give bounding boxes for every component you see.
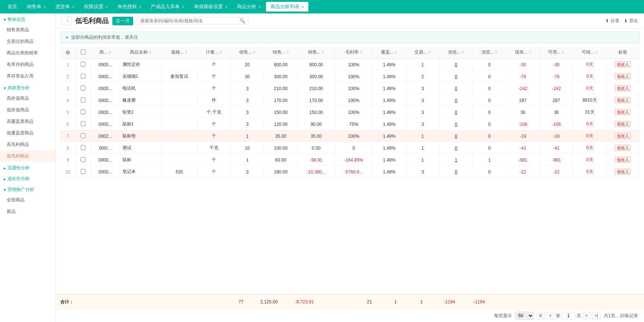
col-settings[interactable]: ⚙ — [60, 46, 76, 59]
sidebar-item-low-margin[interactable]: 低毛利商品 — [0, 150, 55, 162]
row-checkbox[interactable] — [76, 106, 91, 118]
col-views2[interactable]: 浏览...⇅ — [473, 46, 506, 59]
row-spec — [161, 142, 197, 154]
row-available-stock: -30 — [539, 59, 573, 71]
page-number-input[interactable] — [562, 312, 575, 319]
select-all-checkbox[interactable] — [81, 50, 86, 54]
search-box[interactable]: 🔍 — [137, 17, 249, 25]
col-sales-amount[interactable]: 销售...⇅ — [297, 46, 334, 59]
nav-sales-close[interactable]: × — [44, 5, 46, 9]
nav-products-in-close[interactable]: × — [182, 5, 184, 9]
row-views1[interactable]: 0 — [439, 130, 473, 142]
nav-template[interactable]: 单据模板设置 × — [189, 2, 232, 12]
nav-roles-close[interactable]: × — [139, 5, 141, 9]
sidebar-item-all-products[interactable]: 全部商品 — [0, 194, 55, 206]
sidebar-item-stock-capital[interactable]: 库存资金占用 — [0, 70, 55, 82]
col-name[interactable]: 商品名称⇅ — [120, 46, 161, 59]
sidebar-group-overall[interactable]: ▾ 整体信息 — [0, 13, 55, 24]
row-checkbox[interactable] — [76, 166, 91, 178]
row-views1[interactable]: 0 — [439, 166, 473, 178]
col-trade[interactable]: 交易...⇅ — [406, 46, 439, 59]
row-views2: 0 — [473, 130, 506, 142]
row-views1[interactable]: 0 — [439, 118, 473, 130]
col-available-stock[interactable]: 可用...⇅ — [539, 46, 573, 59]
col-current-stock[interactable]: 现有...⇅ — [506, 46, 540, 59]
col-tag[interactable]: 标签 — [606, 46, 639, 59]
col-saleable[interactable]: 可销...⇅ — [573, 46, 606, 59]
sidebar-item-high-margin[interactable]: 高毛利商品 — [0, 139, 55, 150]
row-checkbox[interactable] — [76, 154, 91, 166]
sidebar-item-traded-products[interactable]: 交易过的商品 — [0, 36, 55, 47]
row-trade: 3 — [406, 118, 439, 130]
sidebar-item-low-value[interactable]: 低价值商品 — [0, 104, 55, 116]
row-sales-amount: 800.00 — [297, 59, 334, 71]
row-views1[interactable]: 0 — [439, 106, 473, 118]
sidebar-group-cluster[interactable]: ▾ 类群度分析 — [0, 82, 55, 93]
row-checkbox[interactable] — [76, 118, 91, 130]
row-checkbox[interactable] — [76, 59, 91, 71]
export-button[interactable]: ⬇ 导出 — [624, 18, 638, 24]
nav-product-analysis-close[interactable]: × — [259, 5, 261, 9]
sidebar-item-in-stock[interactable]: 有库存的商品 — [0, 59, 55, 70]
nav-roles[interactable]: 角色授权 × — [113, 2, 146, 12]
row-trade: 3 — [406, 95, 439, 106]
sidebar-item-sales-products[interactable]: 销售类商品 — [0, 24, 55, 36]
page-next-button[interactable]: > — [583, 312, 590, 319]
col-gross-margin[interactable]: 毛利率⇅ — [335, 46, 372, 59]
row-views1[interactable]: 0 — [439, 95, 473, 106]
nav-home[interactable]: 首页 — [3, 2, 22, 12]
sidebar-group-growth[interactable]: ▸ 成长性分析 — [0, 173, 55, 184]
row-views1[interactable]: 0 — [439, 71, 473, 83]
nav-purchase-close[interactable]: × — [72, 5, 74, 9]
col-code[interactable]: 商...⇅ — [91, 46, 120, 59]
sort-icon-code: ⇅ — [108, 50, 111, 54]
col-sales-price[interactable]: 销售...⇅ — [264, 46, 298, 59]
row-unit: 件 — [197, 95, 231, 106]
nav-permissions[interactable]: 权限设置 × — [80, 2, 112, 12]
nav-product-analysis-list[interactable]: 商品分析列表 × — [266, 2, 308, 12]
search-icon[interactable]: 🔍 — [240, 18, 245, 23]
time-filter-button[interactable]: 近一月 — [112, 17, 133, 25]
nav-product-analysis[interactable]: 商品分析 × — [233, 2, 265, 12]
sidebar-group-marketing[interactable]: ▾ 营销推广分析 — [0, 184, 55, 194]
search-input[interactable] — [140, 18, 238, 23]
col-coverage[interactable]: 覆盖...⇅ — [372, 46, 406, 59]
row-checkbox[interactable] — [76, 130, 91, 142]
row-views1[interactable]: 0 — [439, 59, 473, 71]
nav-purchase[interactable]: 进货单 × — [51, 2, 79, 12]
page-prev-button[interactable]: < — [547, 312, 554, 319]
col-spec[interactable]: 规格...⇅ — [161, 46, 197, 59]
sidebar-item-high-value[interactable]: 高价值商品 — [0, 93, 55, 104]
sidebar-item-new-products[interactable]: 新品 — [0, 206, 55, 217]
page-first-button[interactable]: K — [537, 312, 545, 319]
per-page-select[interactable]: 50 100 200 — [515, 312, 534, 320]
row-views1[interactable]: 0 — [439, 142, 473, 154]
sidebar-toggle-button[interactable]: 《 — [62, 17, 71, 25]
sidebar-group-liquidity[interactable]: ▸ 流通性分析 — [0, 162, 55, 173]
row-spec — [161, 154, 197, 166]
col-views1[interactable]: 浏览...⇅ — [439, 46, 473, 59]
row-views1[interactable]: 0 — [439, 83, 473, 95]
row-checkbox[interactable] — [76, 71, 91, 83]
sidebar-item-high-coverage[interactable]: 高覆盖度商品 — [0, 116, 55, 127]
nav-product-analysis-list-close[interactable]: × — [302, 5, 304, 9]
settings-icon[interactable]: ⚙ — [65, 50, 70, 55]
row-name: 属性定价 — [120, 59, 161, 71]
page-last-button[interactable]: >| — [592, 312, 601, 319]
sidebar-item-low-coverage[interactable]: 低覆盖度商品 — [0, 127, 55, 139]
nav-sales[interactable]: 销售单 × — [22, 2, 50, 12]
col-checkbox[interactable] — [76, 46, 91, 59]
row-views1[interactable]: 1 — [439, 154, 473, 166]
nav-permissions-close[interactable]: × — [106, 5, 108, 9]
nav-products-in[interactable]: 产成品入库单 × — [146, 2, 189, 12]
row-checkbox[interactable] — [76, 95, 91, 106]
col-unit[interactable]: 计量...⇅ — [197, 46, 231, 59]
row-checkbox[interactable] — [76, 83, 91, 95]
share-button[interactable]: ⬆ 分享 — [605, 18, 619, 24]
col-sales-qty[interactable]: 销售...⇅ — [231, 46, 264, 59]
nav-template-close[interactable]: × — [225, 5, 227, 9]
row-unit: 千克 — [197, 142, 231, 154]
row-no: 3 — [60, 83, 76, 95]
row-checkbox[interactable] — [76, 142, 91, 154]
sidebar-item-category-rate[interactable]: 商品分类助销率 — [0, 47, 55, 59]
